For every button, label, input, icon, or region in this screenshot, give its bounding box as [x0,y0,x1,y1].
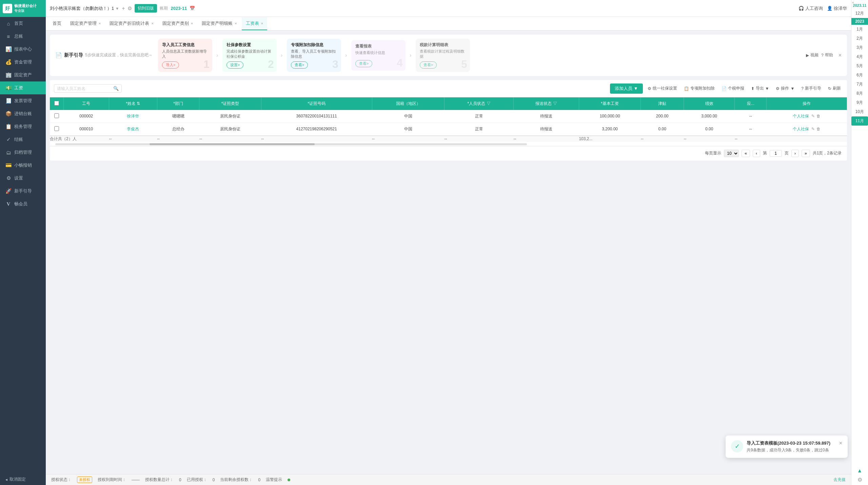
step4-num: 4 [397,57,403,69]
step3-btn[interactable]: 查看> [291,61,308,69]
sidebar-item-reports[interactable]: 📊 报表中心 [0,43,46,56]
tab-category[interactable]: 固定资产类别 × [158,17,197,30]
row2-check[interactable] [54,126,59,131]
sidebar-item-invoice[interactable]: 🧾 发票管理 [0,94,46,107]
sidebar-item-member[interactable]: V 畅会员 [0,198,46,210]
switch-version-btn[interactable]: 切到旧版 [135,4,157,13]
tab-category-close[interactable]: × [191,21,193,25]
row1-action-link[interactable]: 个人社保 [793,114,809,118]
row2-action-link[interactable]: 个人社保 [793,127,809,131]
add-person-btn[interactable]: 添加人员 ▼ [610,83,643,94]
cal-month-10[interactable]: 10月 [851,107,868,116]
sidebar-item-ledger[interactable]: ≡ 总账 [0,30,46,43]
cal-month-9[interactable]: 9月 [851,98,868,107]
cal-month-1[interactable]: 1月 [851,25,868,34]
panel-expand-arrow[interactable]: « [852,1,854,4]
cal-month-3[interactable]: 3月 [851,43,868,52]
sidebar-item-archive[interactable]: 🗂 归档管理 [0,146,46,159]
first-page-btn[interactable]: « [742,150,750,157]
prev-page-btn[interactable]: ‹ [753,150,760,157]
next-page-btn[interactable]: › [791,150,799,157]
tab-home[interactable]: 首页 [48,17,65,30]
cal-month-2[interactable]: 2月 [851,34,868,43]
sidebar-item-fixed-assets[interactable]: 🏢 固定资产 [0,69,46,81]
sidebar-item-finance[interactable]: 💰 资金管理 [0,56,46,69]
guide-close-btn[interactable]: × [839,52,842,58]
select-all-checkbox[interactable] [54,101,59,106]
tab-fixed-assets-close[interactable]: × [99,21,101,25]
archive-icon: 🗂 [5,150,12,155]
step5-btn[interactable]: 查看> [420,61,437,69]
cal-month-6[interactable]: 6月 [851,71,868,80]
ledger-icon: ≡ [5,34,12,39]
account-selector[interactable]: 刘小艳演示账套（勿删勿动！）1 ▼ [50,5,119,12]
step4-desc: 快速查看统计信息 [355,50,401,55]
cal-month-7[interactable]: 7月 [851,80,868,89]
tab-payroll-close[interactable]: × [261,21,263,25]
guide-btn[interactable]: ? 新手引导 [799,84,823,93]
sidebar-item-guide[interactable]: 🚀 新手引导 [0,185,46,198]
row1-name-link[interactable]: 徐泽华 [127,114,139,118]
guide-video-btn[interactable]: ▶ 视频 [806,52,818,58]
row1-delete-icon[interactable]: 🗑 [816,114,821,118]
guide-help-btn[interactable]: ? 帮助 [821,52,833,58]
service-btn[interactable]: 🎧 人工咨询 [798,5,823,12]
th-nationality: 国籍（地区） [372,97,445,110]
sidebar-item-sales[interactable]: 📦 进销台账 [0,107,46,120]
row2-name-link[interactable]: 李俊杰 [127,127,139,131]
panel-up-btn[interactable]: ▲ [857,468,863,474]
step2-btn[interactable]: 设置> [226,61,243,69]
cancel-fixed-btn[interactable]: ◂ 取消固定 [0,474,46,485]
add-account-btn[interactable]: + [122,5,125,12]
tab-detail[interactable]: 固定资产明细账 × [198,17,241,30]
social-insurance-btn[interactable]: ⚙ 统一社保设置 [646,84,679,93]
settings-gear-icon[interactable]: ⚙ [127,5,132,12]
tab-depreciation-close[interactable]: × [151,21,153,25]
sort-icon[interactable]: ⇅ [137,101,140,106]
last-page-btn[interactable]: » [802,150,810,157]
tab-payroll[interactable]: 工资表 × [242,17,267,30]
step4-btn[interactable]: 查看> [355,60,372,67]
row1-name[interactable]: 徐泽华 [109,110,157,123]
personal-tax-btn[interactable]: 📄 个税申报 [719,84,746,93]
tab-detail-close[interactable]: × [235,21,237,25]
sidebar-item-closing[interactable]: ✓ 结账 [0,133,46,146]
row2-edit-icon[interactable]: ✎ [811,127,815,131]
sidebar-item-home[interactable]: ⌂ 首页 [0,17,46,30]
sidebar-item-payroll[interactable]: 💵 工资 [0,81,46,94]
report-status-filter-icon[interactable]: ▽ [553,101,557,106]
row1-check[interactable] [54,113,59,118]
special-deduction-btn[interactable]: 📋 专项附加扣除 [682,84,717,93]
tab-depreciation[interactable]: 固定资产折旧统计表 × [105,17,157,30]
search-input[interactable] [57,86,112,91]
cal-month-4[interactable]: 4月 [851,52,868,61]
status-filter-icon[interactable]: ▽ [487,101,491,106]
cal-month-12[interactable]: 12月 [851,9,868,18]
refresh-btn[interactable]: ↻ 刷新 [826,84,843,93]
scrollbar-thumb[interactable] [150,143,315,145]
search-icon[interactable]: 🔍 [113,86,119,91]
toast-close-btn[interactable]: × [839,440,842,446]
operation-label: 操作 [781,86,789,91]
sidebar-item-settings[interactable]: ⚙ 设置 [0,172,46,185]
per-page-select[interactable]: 10 20 50 [724,150,739,157]
calendar-icon[interactable]: 📅 [190,6,195,11]
sidebar-label-archive: 归档管理 [14,149,32,155]
go-charge-btn[interactable]: 去充值 [833,477,846,483]
user-info[interactable]: 👤 徐泽华 [827,5,847,12]
export-btn[interactable]: ⬆ 导出 ▼ [749,84,771,93]
row2-name[interactable]: 李俊杰 [109,123,157,136]
horizontal-scrollbar[interactable] [55,143,527,145]
cal-month-11[interactable]: 11月 [851,116,868,126]
sidebar-item-expense[interactable]: 💳 小畅报销 [0,159,46,172]
sidebar-item-tax[interactable]: 📋 税务管理 [0,120,46,133]
page-input[interactable] [770,150,782,157]
step1-btn[interactable]: 导入> [162,61,179,69]
tab-fixed-assets[interactable]: 固定资产管理 × [66,17,105,30]
panel-settings-icon[interactable]: ⚙ [857,477,862,483]
cal-month-5[interactable]: 5月 [851,61,868,71]
operation-btn[interactable]: ⚙ 操作 ▼ [774,84,796,93]
row1-edit-icon[interactable]: ✎ [811,114,815,118]
cal-month-8[interactable]: 8月 [851,89,868,98]
row2-delete-icon[interactable]: 🗑 [816,127,821,131]
